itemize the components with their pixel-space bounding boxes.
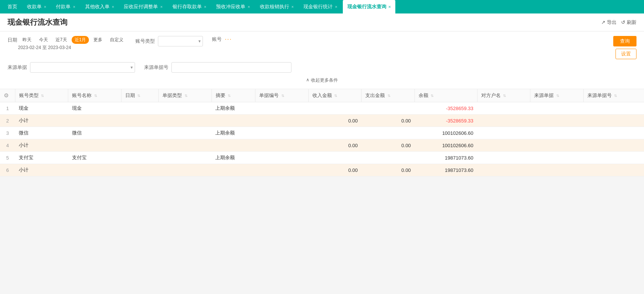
nav-other-income[interactable]: 其他收入单 × xyxy=(81,0,119,13)
col-doc-type[interactable]: 单据类型 ⇅ xyxy=(159,89,212,102)
nav-bank-deposit[interactable]: 银行存取款单 × xyxy=(168,0,211,13)
date-opt-yesterday[interactable]: 昨天 xyxy=(20,36,35,44)
nav-payments[interactable]: 付款单 × xyxy=(51,0,80,13)
sort-doc-no-icon: ⇅ xyxy=(281,94,284,98)
row-num: 6 xyxy=(0,164,15,176)
sort-balance-icon: ⇅ xyxy=(431,94,434,98)
query-button[interactable]: 查询 xyxy=(613,36,636,46)
cell-income xyxy=(308,127,362,139)
cell-source-doc xyxy=(530,164,584,176)
nav-collection-exec-label: 收款核销执行 xyxy=(260,0,289,13)
sort-income-icon: ⇅ xyxy=(334,94,337,98)
source-doc-select[interactable] xyxy=(30,62,135,73)
col-expense[interactable]: 支出金额 ⇅ xyxy=(362,89,415,102)
nav-collection-exec[interactable]: 收款核销执行 × xyxy=(255,0,298,13)
nav-ar-adjust-close[interactable]: × xyxy=(160,0,162,13)
nav-home[interactable]: 首页 xyxy=(3,0,22,13)
nav-ar-adjust-label: 应收应付调整单 xyxy=(124,0,158,13)
table-row: 1现金现金上期余额-3528659.33 xyxy=(0,102,644,115)
data-table: ⚙ 账号类型 ⇅ 账号名称 ⇅ 日期 ⇅ 单据类型 ⇅ xyxy=(0,89,644,176)
nav-other-income-close[interactable]: × xyxy=(112,0,114,13)
row-num: 1 xyxy=(0,102,15,115)
collapse-bar[interactable]: ∧ 收起更多条件 xyxy=(8,76,636,86)
cell-source-doc-no xyxy=(583,152,644,164)
cell-doc-no xyxy=(255,115,309,127)
date-opt-custom[interactable]: 自定义 xyxy=(107,36,126,44)
nav-bank-deposit-close[interactable]: × xyxy=(204,0,206,13)
nav-cash-flow[interactable]: 现金银行流水查询 × xyxy=(343,0,395,13)
nav-cash-flow-label: 现金银行流水查询 xyxy=(347,0,386,13)
source-doc-num-input[interactable] xyxy=(171,62,291,73)
cell-doc-no xyxy=(255,127,309,139)
date-opt-7days[interactable]: 近7天 xyxy=(53,36,70,44)
export-icon: ↗ xyxy=(601,19,605,25)
col-counterpart[interactable]: 对方户名 ⇅ xyxy=(477,89,530,102)
date-opt-today[interactable]: 今天 xyxy=(36,36,51,44)
settings-button[interactable]: 设置 xyxy=(615,49,636,59)
cell-account-type: 微信 xyxy=(15,127,68,139)
nav-cash-flow-close[interactable]: × xyxy=(389,0,391,13)
col-source-doc[interactable]: 来源单据 ⇅ xyxy=(530,89,584,102)
gear-icon[interactable]: ⚙ xyxy=(4,92,9,98)
sort-source-doc-no-icon: ⇅ xyxy=(614,94,617,98)
cell-account-name xyxy=(68,139,122,152)
cell-balance: 100102606.60 xyxy=(414,139,477,152)
cell-account-type: 小计 xyxy=(15,115,68,127)
nav-receipts[interactable]: 收款单 × xyxy=(23,0,51,13)
col-account-name[interactable]: 账号名称 ⇅ xyxy=(68,89,122,102)
refresh-icon: ↺ xyxy=(621,19,625,25)
col-balance[interactable]: 余额 ⇅ xyxy=(414,89,477,102)
cell-account-type: 小计 xyxy=(15,139,68,152)
cell-source-doc xyxy=(530,115,584,127)
nav-payments-close[interactable]: × xyxy=(73,0,75,13)
nav-ar-adjust[interactable]: 应收应付调整单 × xyxy=(119,0,167,13)
cell-expense: 0.00 xyxy=(362,139,415,152)
nav-home-label: 首页 xyxy=(8,0,17,13)
cell-account-type: 支付宝 xyxy=(15,152,68,164)
date-opt-1month[interactable]: 近1月 xyxy=(72,36,89,44)
cell-summary xyxy=(212,115,255,127)
nav-other-income-label: 其他收入单 xyxy=(85,0,110,13)
date-filter-block: 日期 昨天 今天 近7天 近1月 更多 自定义 2023-02-24 至 202… xyxy=(8,36,126,51)
sort-expense-icon: ⇅ xyxy=(387,94,390,98)
col-date[interactable]: 日期 ⇅ xyxy=(121,89,159,102)
cell-source-doc xyxy=(530,127,584,139)
source-doc-num-filter: 来源单据号 xyxy=(144,62,291,73)
cell-doc-no xyxy=(255,102,309,115)
nav-advance-offset[interactable]: 预收冲应收单 × xyxy=(212,0,254,13)
table-container: ⚙ 账号类型 ⇅ 账号名称 ⇅ 日期 ⇅ 单据类型 ⇅ xyxy=(0,89,644,176)
nav-advance-offset-close[interactable]: × xyxy=(248,0,250,13)
account-label: 账号 xyxy=(212,36,222,43)
cell-expense xyxy=(362,152,415,164)
account-type-select-wrapper xyxy=(158,36,203,46)
cell-doc-type xyxy=(159,127,212,139)
cell-counterpart xyxy=(477,139,530,152)
col-doc-no[interactable]: 单据编号 ⇅ xyxy=(255,89,309,102)
cell-date xyxy=(121,164,159,176)
sort-account-type-icon: ⇅ xyxy=(41,94,44,98)
col-summary[interactable]: 摘要 ⇅ xyxy=(212,89,255,102)
col-account-type[interactable]: 账号类型 ⇅ xyxy=(15,89,68,102)
col-income[interactable]: 收入金额 ⇅ xyxy=(308,89,362,102)
cell-doc-type xyxy=(159,152,212,164)
cell-counterpart xyxy=(477,102,530,115)
nav-cash-stats-close[interactable]: × xyxy=(335,0,337,13)
account-ellipsis-btn[interactable]: ··· xyxy=(225,36,232,43)
nav-collection-exec-close[interactable]: × xyxy=(291,0,294,13)
refresh-button[interactable]: ↺ 刷新 xyxy=(621,19,636,26)
nav-cash-stats[interactable]: 现金银行统计 × xyxy=(299,0,342,13)
nav-receipts-close[interactable]: × xyxy=(44,0,46,13)
date-opt-more[interactable]: 更多 xyxy=(90,36,105,44)
cell-doc-no xyxy=(255,152,309,164)
cell-income: 0.00 xyxy=(308,139,362,152)
account-type-select[interactable] xyxy=(158,36,203,46)
cell-source-doc-no xyxy=(583,164,644,176)
cell-income xyxy=(308,102,362,115)
export-button[interactable]: ↗ 导出 xyxy=(601,19,617,26)
sort-counterpart-icon: ⇅ xyxy=(503,94,506,98)
cell-source-doc-no xyxy=(583,102,644,115)
col-source-doc-no[interactable]: 来源单据号 ⇅ xyxy=(583,89,644,102)
cell-doc-type xyxy=(159,115,212,127)
source-doc-num-label: 来源单据号 xyxy=(144,64,168,71)
account-filter: 账号 ··· xyxy=(212,36,232,43)
